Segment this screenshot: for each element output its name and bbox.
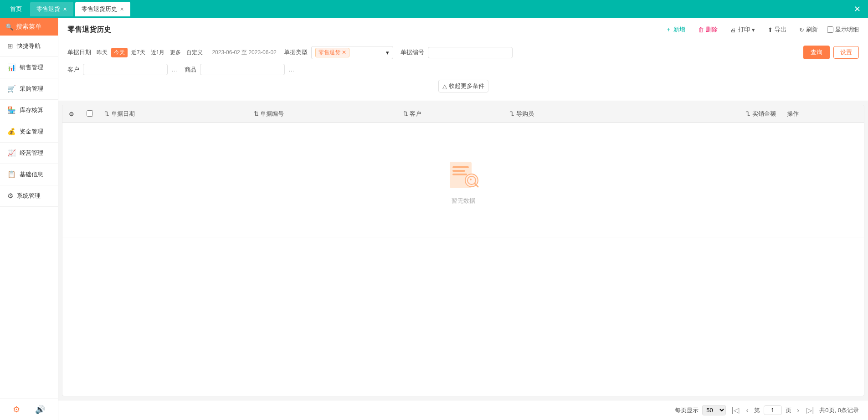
date-range-value: 2023-06-02 至 2023-06-02 <box>212 49 276 56</box>
sidebar-item-operations-label: 经营管理 <box>20 149 43 157</box>
select-all-checkbox[interactable] <box>87 110 93 117</box>
empty-cell: 暂无数据 <box>62 123 864 237</box>
goods-filter-label: 商品 <box>185 66 196 74</box>
sidebar-item-sales-mgmt[interactable]: 📊 销售管理 <box>0 57 58 78</box>
sidebar-item-operations[interactable]: 📈 经营管理 <box>0 143 58 164</box>
last7-btn[interactable]: 近7天 <box>129 48 147 57</box>
finance-icon: 💰 <box>7 128 16 136</box>
display-toggle[interactable]: 显示明细 <box>827 26 859 34</box>
close-window-button[interactable]: ✕ <box>850 2 864 16</box>
voucher-input[interactable] <box>428 47 513 58</box>
quick-nav-icon: ⊞ <box>7 42 13 50</box>
export-button[interactable]: ⬆ 导出 <box>764 24 790 36</box>
type-select[interactable]: 零售退货 ✕ ▾ <box>311 46 393 59</box>
sidebar-search[interactable]: 🔍 搜索菜单 <box>0 18 58 36</box>
print-label: 打印 <box>738 26 750 34</box>
th-settings[interactable]: ⚙ <box>62 105 81 123</box>
delete-button[interactable]: 🗑 删除 <box>694 24 721 36</box>
data-table: ⚙ ⇅ 单据日期 ⇅ 单据编号 ⇅ 客户 <box>62 105 864 237</box>
customer-input[interactable] <box>83 64 168 75</box>
custom-btn[interactable]: 自定义 <box>185 48 205 57</box>
type-filter-item: 单据类型 零售退货 ✕ ▾ <box>284 46 393 59</box>
th-date-label: ⇅ 单据日期 <box>104 110 135 117</box>
tab-home-label: 首页 <box>10 5 22 13</box>
customer-ellipsis[interactable]: … <box>171 66 177 73</box>
th-date[interactable]: ⇅ 单据日期 <box>99 105 248 123</box>
type-tag-close[interactable]: ✕ <box>342 49 346 56</box>
type-filter-label: 单据类型 <box>284 48 308 56</box>
new-button[interactable]: ＋ 新增 <box>662 24 689 36</box>
sidebar-item-quick-nav-label: 快捷导航 <box>17 42 41 50</box>
sidebar-settings-button[interactable]: ⚙ <box>13 405 20 415</box>
more-btn[interactable]: 更多 <box>168 48 183 57</box>
pagination: 每页显示 10 20 50 100 |◁ ‹ 第 页 › ▷| 共0页, 0条记… <box>58 400 868 420</box>
th-guide[interactable]: ⇅ 导购员 <box>504 105 632 123</box>
setting-button[interactable]: 设置 <box>833 46 859 59</box>
sidebar-item-quick-nav[interactable]: ⊞ 快捷导航 <box>0 36 58 57</box>
close-retail-return-tab[interactable]: ✕ <box>63 6 67 12</box>
refresh-button[interactable]: ↻ 刷新 <box>796 24 822 36</box>
next-page-button[interactable]: › <box>795 405 801 415</box>
date-filter-label: 单据日期 <box>67 48 91 56</box>
print-dropdown-icon: ▾ <box>752 26 755 33</box>
sidebar-item-purchase-mgmt[interactable]: 🛒 采购管理 <box>0 78 58 100</box>
sidebar-item-inventory[interactable]: 🏪 库存核算 <box>0 100 58 121</box>
delete-label: 删除 <box>706 26 718 34</box>
print-button[interactable]: 🖨 打印 ▾ <box>727 24 759 36</box>
goods-input[interactable] <box>200 64 285 75</box>
page-label: 第 <box>754 406 760 415</box>
table-header-row: ⚙ ⇅ 单据日期 ⇅ 单据编号 ⇅ 客户 <box>62 105 864 123</box>
th-guide-label: ⇅ 导购员 <box>509 110 534 117</box>
goods-filter-item: 商品 … <box>185 64 294 75</box>
table-container: ⚙ ⇅ 单据日期 ⇅ 单据编号 ⇅ 客户 <box>62 105 864 396</box>
prev-page-button[interactable]: ‹ <box>745 405 750 415</box>
sidebar-item-system-label: 系统管理 <box>17 192 41 200</box>
th-check[interactable] <box>81 105 99 123</box>
display-toggle-label: 显示明细 <box>835 26 859 34</box>
type-tag-text: 零售退货 <box>318 49 340 56</box>
filter-row-2: 客户 … 商品 … <box>67 64 859 75</box>
yesterday-btn[interactable]: 昨天 <box>95 48 109 57</box>
today-btn[interactable]: 今天 <box>111 48 128 57</box>
last1month-btn[interactable]: 近1月 <box>149 48 167 57</box>
sidebar: 🔍 搜索菜单 ⊞ 快捷导航 📊 销售管理 🛒 采购管理 🏪 库存核算 💰 资金管… <box>0 18 58 420</box>
tab-home[interactable]: 首页 <box>4 2 28 16</box>
operations-icon: 📈 <box>7 149 16 157</box>
pagination-summary: 共0页, 0条记录 <box>819 406 859 415</box>
goods-ellipsis[interactable]: … <box>288 66 294 73</box>
search-icon: 🔍 <box>5 23 13 31</box>
empty-icon <box>445 155 482 191</box>
sidebar-item-base-info[interactable]: 📋 基础信息 <box>0 164 58 185</box>
page-title-row: 零售退货历史 ＋ 新增 🗑 删除 🖨 打印 ▾ <box>67 24 859 36</box>
main-layout: 🔍 搜索菜单 ⊞ 快捷导航 📊 销售管理 🛒 采购管理 🏪 库存核算 💰 资金管… <box>0 18 868 420</box>
svg-rect-3 <box>452 174 467 175</box>
page-title: 零售退货历史 <box>67 25 111 35</box>
empty-text: 暂无数据 <box>452 197 475 205</box>
th-amount[interactable]: ⇅ 实销金额 <box>632 105 781 123</box>
last-page-button[interactable]: ▷| <box>805 405 816 415</box>
page-header: 零售退货历史 ＋ 新增 🗑 删除 🖨 打印 ▾ <box>58 18 868 101</box>
sidebar-sound-button[interactable]: 🔊 <box>35 405 45 415</box>
th-customer-label: ⇅ 客户 <box>403 110 422 117</box>
sales-icon: 📊 <box>7 63 16 72</box>
th-voucher-no[interactable]: ⇅ 单据编号 <box>248 105 398 123</box>
date-filter-item: 单据日期 昨天 今天 近7天 近1月 更多 自定义 <box>67 48 205 57</box>
per-page-label: 每页显示 <box>675 406 699 415</box>
filter-row-1: 单据日期 昨天 今天 近7天 近1月 更多 自定义 2023-06-02 至 2… <box>67 46 859 59</box>
tab-retail-return-history-label: 零售退货历史 <box>82 5 117 13</box>
display-toggle-checkbox[interactable] <box>827 26 833 33</box>
empty-row: 暂无数据 <box>62 123 864 237</box>
per-page-select[interactable]: 10 20 50 100 <box>702 405 726 415</box>
svg-rect-1 <box>452 166 469 168</box>
tab-retail-return[interactable]: 零售退货 ✕ <box>30 2 73 16</box>
tab-retail-return-history[interactable]: 零售退货历史 ✕ <box>75 2 130 16</box>
collapse-row: △ 收起更多条件 <box>67 80 859 97</box>
sidebar-item-finance[interactable]: 💰 资金管理 <box>0 121 58 143</box>
close-retail-return-history-tab[interactable]: ✕ <box>120 6 124 12</box>
th-customer[interactable]: ⇅ 客户 <box>398 105 504 123</box>
query-button[interactable]: 查询 <box>803 46 830 59</box>
first-page-button[interactable]: |◁ <box>729 405 740 415</box>
collapse-button[interactable]: △ 收起更多条件 <box>438 80 488 92</box>
sidebar-item-system-mgmt[interactable]: ⚙ 系统管理 <box>0 185 58 207</box>
page-input[interactable] <box>764 405 782 415</box>
